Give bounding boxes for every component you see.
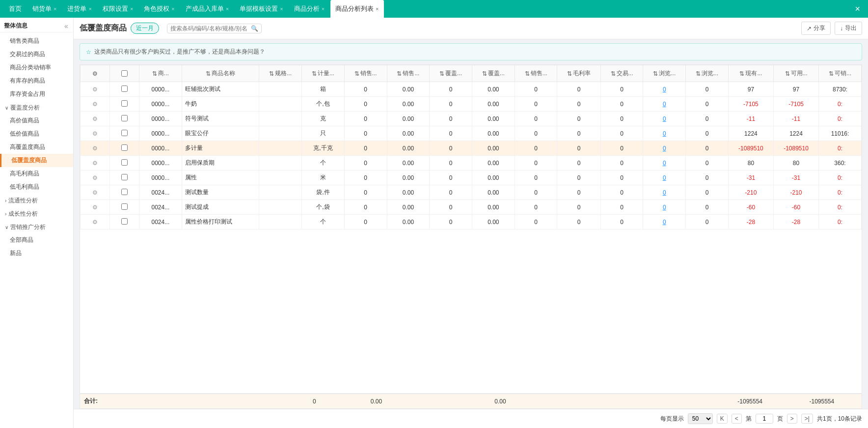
row-settings-4[interactable]: ⚙	[81, 126, 110, 141]
search-icon[interactable]: 🔍	[251, 25, 258, 32]
prev-page-button[interactable]: <	[732, 414, 742, 424]
search-input[interactable]	[170, 25, 249, 32]
row-checkbox-7[interactable]	[110, 171, 139, 185]
period-button[interactable]: 近一月	[131, 23, 159, 34]
sidebar-item-capital[interactable]: 库存资金占用	[0, 87, 73, 101]
nav-close-roles[interactable]: ×	[171, 0, 174, 18]
nav-close-products[interactable]: ×	[226, 0, 229, 18]
col-sales3[interactable]: ⇅ 销售...	[515, 65, 557, 82]
share-button[interactable]: ↗ 分享	[801, 22, 831, 35]
sidebar-item-low-coverage[interactable]: 低覆盖度商品	[0, 154, 73, 167]
row-checkbox-9[interactable]	[110, 200, 139, 215]
nav-close-analysis[interactable]: ×	[322, 0, 325, 18]
col-available-stock[interactable]: ⇅ 可用...	[773, 65, 818, 82]
nav-close-permissions[interactable]: ×	[130, 0, 133, 18]
row-checkbox-8[interactable]	[110, 185, 139, 200]
sidebar-item-all-goods[interactable]: 全部商品	[0, 233, 73, 247]
nav-close-templates[interactable]: ×	[280, 0, 283, 18]
col-code[interactable]: ⇅ 商...	[139, 65, 182, 82]
sidebar-collapse-btn[interactable]: «	[61, 22, 71, 30]
col-sales-qty[interactable]: ⇅ 销售...	[344, 65, 387, 82]
row-settings-10[interactable]: ⚙	[81, 215, 110, 229]
last-page-button[interactable]: >|	[801, 414, 813, 424]
row-select-5[interactable]	[121, 144, 128, 151]
row-settings-9[interactable]: ⚙	[81, 200, 110, 215]
row-select-3[interactable]	[121, 115, 128, 121]
sidebar-item-low-profit[interactable]: 低毛利商品	[0, 180, 73, 194]
nav-item-roles[interactable]: 角色授权 ×	[139, 0, 179, 18]
row-select-4[interactable]	[121, 130, 128, 136]
col-sales-amt[interactable]: ⇅ 销售...	[387, 65, 430, 82]
row-browse1-5[interactable]: 0	[643, 141, 686, 156]
col-name[interactable]: ⇅ 商品名称	[182, 65, 259, 82]
row-checkbox-6[interactable]	[110, 156, 139, 171]
sidebar-section-flow[interactable]: › 流通性分析	[0, 194, 73, 207]
col-browse1[interactable]: ⇅ 浏览...	[643, 65, 686, 82]
row-select-2[interactable]	[121, 100, 128, 107]
row-select-10[interactable]	[121, 218, 128, 225]
sidebar-item-low-value[interactable]: 低价值商品	[0, 127, 73, 141]
nav-item-purchase[interactable]: 进货单 ×	[62, 0, 96, 18]
row-settings-3[interactable]: ⚙	[81, 112, 110, 126]
nav-item-templates[interactable]: 单据模板设置 ×	[235, 0, 288, 18]
row-checkbox-5[interactable]	[110, 141, 139, 156]
sidebar-item-stocked-goods[interactable]: 有库存的商品	[0, 74, 73, 87]
col-coverage1[interactable]: ⇅ 覆盖...	[430, 65, 472, 82]
nav-close-sales[interactable]: ×	[54, 0, 56, 18]
sidebar-item-traded-goods[interactable]: 交易过的商品	[0, 48, 73, 61]
settings-icon[interactable]: ⚙	[92, 70, 98, 77]
col-unit[interactable]: ⇅ 计量...	[302, 65, 345, 82]
nav-item-permissions[interactable]: 权限设置 ×	[98, 0, 138, 18]
col-coverage2[interactable]: ⇅ 覆盖...	[472, 65, 515, 82]
select-all-checkbox[interactable]	[121, 70, 128, 77]
row-checkbox-3[interactable]	[110, 112, 139, 126]
row-browse1-7[interactable]: 0	[643, 171, 686, 185]
row-checkbox-4[interactable]	[110, 126, 139, 141]
row-browse1-2[interactable]: 0	[643, 97, 686, 112]
sidebar-item-sales-goods[interactable]: 销售类商品	[0, 34, 73, 48]
col-spec[interactable]: ⇅ 规格...	[259, 65, 302, 82]
export-button[interactable]: ↓ 导出	[835, 22, 862, 35]
row-checkbox-1[interactable]	[110, 82, 139, 97]
row-select-7[interactable]	[121, 174, 128, 180]
row-settings-5[interactable]: ⚙	[81, 141, 110, 156]
row-checkbox-2[interactable]	[110, 97, 139, 112]
col-browse2[interactable]: ⇅ 浏览...	[686, 65, 729, 82]
col-checkbox[interactable]	[110, 65, 139, 82]
sidebar-section-marketing[interactable]: ∨ 营销推广分析	[0, 220, 73, 233]
nav-item-products[interactable]: 产成品入库单 ×	[181, 0, 234, 18]
sidebar-section-coverage[interactable]: ∨ 覆盖度分析	[0, 101, 73, 114]
sidebar-item-high-coverage[interactable]: 高覆盖度商品	[0, 141, 73, 154]
row-settings-8[interactable]: ⚙	[81, 185, 110, 200]
col-trade[interactable]: ⇅ 交易...	[600, 65, 643, 82]
col-saleable[interactable]: ⇅ 可销...	[819, 65, 862, 82]
row-select-6[interactable]	[121, 159, 128, 166]
row-settings-6[interactable]: ⚙	[81, 156, 110, 171]
row-checkbox-10[interactable]	[110, 215, 139, 229]
window-close-button[interactable]: ×	[851, 4, 864, 14]
col-gross-margin[interactable]: ⇅ 毛利率	[557, 65, 600, 82]
row-settings-7[interactable]: ⚙	[81, 171, 110, 185]
nav-close-purchase[interactable]: ×	[88, 0, 91, 18]
row-browse1-9[interactable]: 0	[643, 200, 686, 215]
nav-item-sales[interactable]: 销货单 ×	[27, 0, 61, 18]
row-settings-2[interactable]: ⚙	[81, 97, 110, 112]
sidebar-item-high-value[interactable]: 高价值商品	[0, 114, 73, 127]
row-browse1-4[interactable]: 0	[643, 126, 686, 141]
row-browse1-6[interactable]: 0	[643, 156, 686, 171]
row-select-8[interactable]	[121, 189, 128, 195]
col-settings[interactable]: ⚙	[81, 65, 110, 82]
row-browse1-8[interactable]: 0	[643, 185, 686, 200]
nav-item-analysis-list[interactable]: 商品分析列表 ×	[330, 0, 383, 18]
sidebar-item-new-goods[interactable]: 新品	[0, 247, 73, 260]
row-select-1[interactable]	[121, 86, 128, 92]
nav-item-home[interactable]: 首页	[4, 0, 27, 18]
nav-close-analysis-list[interactable]: ×	[376, 0, 379, 18]
sidebar-section-growth[interactable]: › 成长性分析	[0, 207, 73, 220]
row-select-9[interactable]	[121, 203, 128, 210]
row-settings-1[interactable]: ⚙	[81, 82, 110, 97]
first-page-button[interactable]: K	[717, 414, 728, 424]
sidebar-item-high-profit[interactable]: 高毛利商品	[0, 167, 73, 180]
row-browse1-1[interactable]: 0	[643, 82, 686, 97]
nav-item-analysis[interactable]: 商品分析 ×	[289, 0, 329, 18]
